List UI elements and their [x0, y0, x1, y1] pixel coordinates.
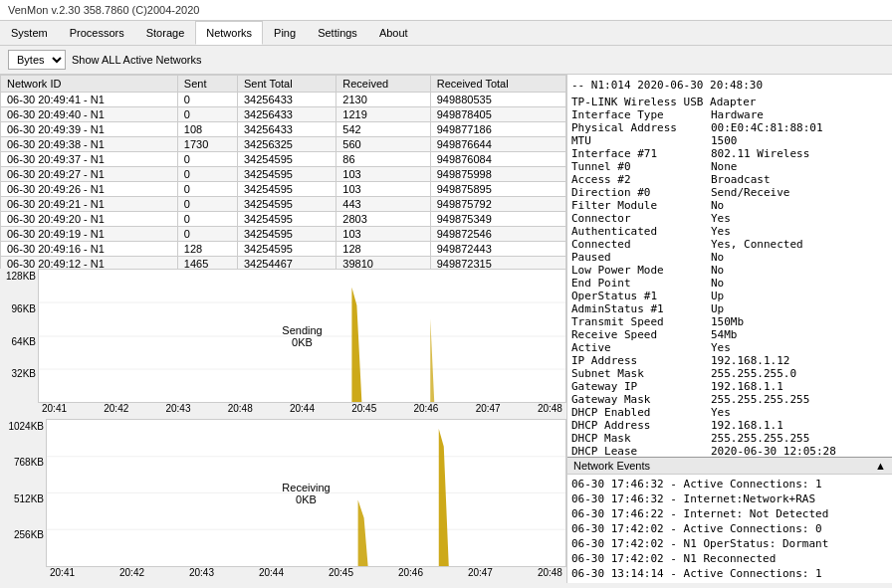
table-row[interactable]: 06-30 20:49:37 - N103425459586949876084 — [1, 152, 566, 167]
menu-item-storage[interactable]: Storage — [135, 21, 196, 45]
table-cell: 1219 — [336, 107, 430, 122]
info-field: Low Power ModeNo — [571, 264, 888, 277]
send-y4: 128KB — [6, 271, 36, 282]
info-value: No — [711, 199, 724, 212]
x-label-4: 20:48 — [228, 403, 253, 419]
right-panel: -- N1:014 2020-06-30 20:48:30TP-LINK Wir… — [567, 75, 892, 583]
table-cell: 06-30 20:49:38 - N1 — [1, 137, 178, 152]
table-row[interactable]: 06-30 20:49:26 - N1034254595103949875895 — [1, 182, 566, 197]
info-field: ActiveYes — [571, 341, 888, 354]
unit-select[interactable]: Bytes KB MB — [8, 50, 66, 70]
info-field: Direction #0Send/Receive — [571, 186, 888, 199]
table-cell: 103 — [336, 227, 430, 242]
x-label-3: 20:43 — [165, 403, 190, 419]
table-cell: 949877186 — [430, 122, 565, 137]
rx-label-5: 20:45 — [329, 567, 353, 583]
table-row[interactable]: 06-30 20:49:41 - N1034256433213094988053… — [1, 93, 566, 107]
table-row[interactable]: 06-30 20:49:21 - N1034254595443949875792 — [1, 197, 566, 212]
col-received: Received — [336, 76, 430, 93]
table-row[interactable]: 06-30 20:49:38 - N1173034256325560949876… — [1, 137, 566, 152]
table-row[interactable]: 06-30 20:49:27 - N1034254595103949875998 — [1, 167, 566, 182]
network-table-container[interactable]: Network ID Sent Sent Total Received Rece… — [0, 75, 566, 269]
info-content: -- N1:014 2020-06-30 20:48:30TP-LINK Wir… — [571, 79, 888, 457]
table-cell: 34254595 — [237, 197, 335, 212]
table-cell: 06-30 20:49:21 - N1 — [1, 197, 178, 212]
info-field: Receive Speed54Mb — [571, 328, 888, 341]
info-value: Yes — [711, 225, 731, 238]
info-field: Access #2Broadcast — [571, 173, 888, 186]
table-cell: 0 — [177, 212, 237, 227]
events-scroll-indicator: ▲ — [875, 460, 886, 472]
info-value: 255.255.255.0 — [711, 367, 796, 380]
table-cell: 0 — [177, 152, 237, 167]
send-y3: 96KB — [12, 303, 36, 314]
info-field: Transmit Speed150Mb — [571, 315, 888, 328]
menu-item-ping[interactable]: Ping — [263, 21, 307, 45]
table-row[interactable]: 06-30 20:49:40 - N1034256433121994987840… — [1, 107, 566, 122]
info-field: OperStatus #1Up — [571, 290, 888, 302]
rx-label-2: 20:42 — [119, 567, 144, 583]
info-key: Filter Module — [571, 199, 711, 212]
menu-item-networks[interactable]: Networks — [195, 21, 263, 45]
info-field: Subnet Mask255.255.255.0 — [571, 367, 888, 380]
recv-y2: 512KB — [14, 493, 44, 504]
info-value: Yes, Connected — [711, 238, 803, 251]
table-cell: 949872315 — [430, 257, 565, 270]
recv-y1: 256KB — [14, 529, 44, 540]
table-cell: 06-30 20:49:12 - N1 — [1, 257, 178, 270]
info-value: 150Mb — [711, 315, 744, 328]
main-area: Network ID Sent Sent Total Received Rece… — [0, 75, 892, 583]
table-cell: 560 — [336, 137, 430, 152]
rx-label-1: 20:41 — [50, 567, 75, 583]
menu-item-settings[interactable]: Settings — [307, 21, 368, 45]
rx-label-4: 20:44 — [259, 567, 284, 583]
info-value: 192.168.1.1 — [711, 419, 783, 432]
events-list[interactable]: 06-30 17:46:32 - Active Connections: 106… — [567, 475, 892, 583]
table-cell: 34254595 — [237, 227, 335, 242]
menu-item-system[interactable]: System — [0, 21, 59, 45]
receiving-svg — [47, 420, 565, 566]
table-cell: 34254467 — [237, 257, 335, 270]
info-value: 192.168.1.1 — [711, 380, 783, 393]
info-key: Interface Type — [571, 108, 711, 121]
info-key: Gateway Mask — [571, 393, 711, 406]
events-section: Network Events ▲ 06-30 17:46:32 - Active… — [567, 457, 892, 583]
table-cell: 06-30 20:49:26 - N1 — [1, 182, 178, 197]
info-field: DHCP Lease2020-06-30 12:05:28 — [571, 445, 888, 457]
info-key: DHCP Lease — [571, 445, 711, 457]
table-cell: 128 — [336, 242, 430, 257]
info-key: Transmit Speed — [571, 315, 711, 328]
x-label-5: 20:44 — [290, 403, 315, 419]
table-cell: 0 — [177, 93, 237, 107]
title-bar: VenMon v.2.30 358.7860 (C)2004-2020 — [0, 0, 892, 21]
menu-item-processors[interactable]: Processors — [59, 21, 135, 45]
table-row[interactable]: 06-30 20:49:12 - N1146534254467398109498… — [1, 257, 566, 270]
table-cell: 949876644 — [430, 137, 565, 152]
table-cell: 949876084 — [430, 152, 565, 167]
table-row[interactable]: 06-30 20:49:16 - N1128342545951289498724… — [1, 242, 566, 257]
table-cell: 103 — [336, 167, 430, 182]
info-key: MTU — [571, 134, 711, 147]
info-key: AdminStatus #1 — [571, 302, 711, 315]
receiving-chart: 1024KB 768KB 512KB 256KB Receiving 0KB — [0, 419, 566, 583]
x-label-9: 20:48 — [538, 403, 562, 419]
table-cell: 06-30 20:49:16 - N1 — [1, 242, 178, 257]
table-row[interactable]: 06-30 20:49:20 - N1034254595280394987534… — [1, 212, 566, 227]
table-row[interactable]: 06-30 20:49:39 - N1108342564335429498771… — [1, 122, 566, 137]
table-cell: 2803 — [336, 212, 430, 227]
svg-marker-8 — [351, 500, 368, 566]
table-cell: 34254595 — [237, 167, 335, 182]
info-field: Gateway IP192.168.1.1 — [571, 380, 888, 393]
table-cell: 06-30 20:49:27 - N1 — [1, 167, 178, 182]
event-line: 06-30 17:46:32 - Internet:Network+RAS — [571, 491, 888, 506]
table-cell: 86 — [336, 152, 430, 167]
info-value: None — [711, 160, 738, 173]
menu-item-about[interactable]: About — [368, 21, 419, 45]
x-label-2: 20:42 — [104, 403, 128, 419]
rx-label-7: 20:47 — [468, 567, 493, 583]
x-label-8: 20:47 — [476, 403, 501, 419]
table-row[interactable]: 06-30 20:49:19 - N1034254595103949872546 — [1, 227, 566, 242]
info-section[interactable]: -- N1:014 2020-06-30 20:48:30TP-LINK Wir… — [567, 75, 892, 457]
info-key: Active — [571, 341, 711, 354]
left-panel: Network ID Sent Sent Total Received Rece… — [0, 75, 567, 583]
